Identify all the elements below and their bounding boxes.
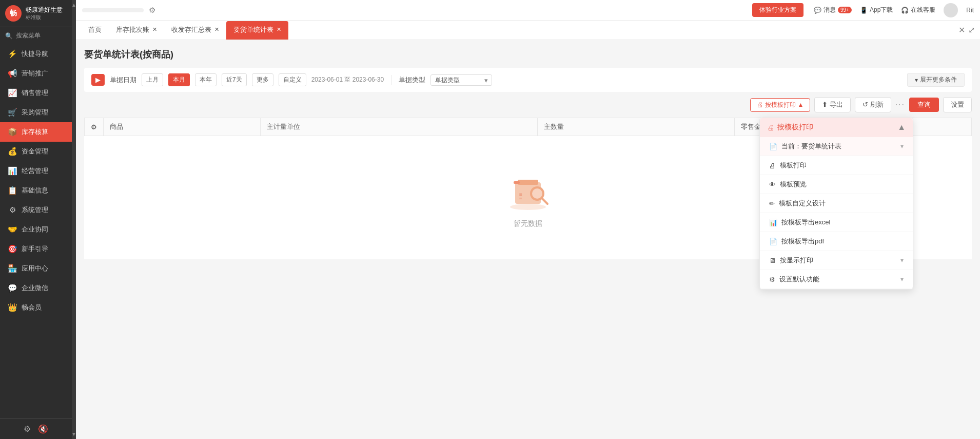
page-content: 要货单统计表(按商品) ▶ 单据日期 上月 本月 本年 近7天 更多 自定义 2…	[76, 40, 980, 439]
print-current-icon: 📄	[769, 143, 777, 150]
template-excel-left: 📊 按模板导出excel	[769, 218, 830, 227]
page-title: 要货单统计表(按商品)	[84, 48, 972, 61]
print-template-excel[interactable]: 📊 按模板导出excel	[760, 213, 913, 232]
sidebar-search[interactable]: 🔍 搜索菜单	[0, 27, 72, 44]
refresh-btn[interactable]: ↺ 刷新	[855, 97, 891, 112]
print-current-item[interactable]: 📄 当前：要货单统计表 ▾	[760, 137, 913, 156]
export-btn[interactable]: ⬆ 导出	[814, 97, 851, 112]
tab-close-all-icon[interactable]: ✕	[958, 25, 965, 35]
expand-more-btn[interactable]: ▾ 展开更多条件	[907, 73, 965, 87]
sidebar-scrollbar[interactable]: ▲ ▼	[72, 0, 76, 439]
print-display-print[interactable]: 🖥 按显示打印 ▾	[760, 251, 913, 270]
filter-expand-btn[interactable]: ▶	[91, 74, 105, 86]
tab-payment-summary-close[interactable]: ✕	[214, 26, 219, 33]
tab-order-stats-close[interactable]: ✕	[277, 26, 281, 33]
member-icon: 👑	[7, 303, 17, 312]
user-name[interactable]: Rit	[966, 7, 974, 14]
topbar-gear-icon[interactable]: ⚙	[149, 6, 155, 15]
sidebar-item-finance[interactable]: 💰 资金管理	[0, 142, 72, 161]
set-default-icon: ⚙	[769, 276, 775, 283]
inventory-icon: 📦	[7, 127, 17, 137]
print-btn[interactable]: 🖨 按模板打印 ▲	[750, 98, 811, 112]
set-default-left: ⚙ 设置默认功能	[769, 275, 819, 284]
print-current-arrow: ▾	[900, 143, 904, 150]
print-dropdown-arrow: ▲	[798, 101, 804, 108]
sidebar-item-operation[interactable]: 📊 经营管理	[0, 161, 72, 181]
sidebar-item-wechat[interactable]: 💬 企业微信	[0, 278, 72, 298]
print-icon: 🖨	[757, 101, 763, 108]
sidebar-item-sales[interactable]: 📈 销售管理	[0, 83, 72, 103]
refresh-icon: ↺	[863, 101, 868, 108]
export-icon: ⬆	[822, 101, 828, 108]
main-area: ⚙ 体验行业方案 💬 消息 99+ 📱 App下载 🎧 在线客服 Rit 首页	[76, 0, 980, 439]
template-pdf-left: 📄 按模板导出pdf	[769, 237, 824, 246]
print-template-custom[interactable]: ✏ 模板自定义设计	[760, 194, 913, 213]
sidebar-item-enterprise[interactable]: 🤝 企业协同	[0, 220, 72, 239]
sidebar-item-appstore[interactable]: 🏪 应用中心	[0, 259, 72, 278]
action-bar-right: 🖨 按模板打印 ▲ ⬆ 导出 ↺ 刷新 ··· 查询 设置	[750, 97, 972, 112]
tab-batch-account-close[interactable]: ✕	[152, 26, 157, 33]
sidebar-item-purchase[interactable]: 🛒 采购管理	[0, 103, 72, 122]
tab-home[interactable]: 首页	[81, 21, 109, 40]
svg-line-5	[542, 199, 547, 204]
messages-btn[interactable]: 💬 消息 99+	[814, 6, 852, 14]
table-col-product: 商品	[104, 118, 261, 136]
print-set-default[interactable]: ⚙ 设置默认功能 ▾	[760, 270, 913, 289]
svg-point-4	[532, 188, 542, 199]
marketing-icon: 📢	[7, 69, 17, 78]
tab-expand-icon[interactable]: ⤢	[968, 25, 975, 35]
order-type-select[interactable]: 单据类型	[430, 74, 492, 86]
settings-btn[interactable]: 设置	[943, 97, 972, 112]
date-label: 单据日期	[110, 75, 136, 85]
sound-footer-icon[interactable]: 🔇	[38, 424, 48, 434]
search-icon: 🔍	[5, 32, 13, 40]
date-btn-custom[interactable]: 自定义	[279, 73, 306, 86]
date-btn-this-month[interactable]: 本月	[168, 73, 190, 86]
sidebar-item-member[interactable]: 👑 畅会员	[0, 298, 72, 317]
template-pdf-icon: 📄	[769, 238, 777, 245]
sidebar-item-inventory[interactable]: 📦 库存核算	[0, 122, 72, 142]
sidebar-item-system[interactable]: ⚙ 系统管理	[0, 200, 72, 220]
messages-icon: 💬	[814, 7, 821, 14]
date-btn-more[interactable]: 更多	[252, 73, 273, 86]
query-btn[interactable]: 查询	[909, 98, 939, 112]
print-template-print[interactable]: 🖨 模板打印	[760, 156, 913, 175]
operation-icon: 📊	[7, 166, 17, 176]
sidebar-item-basic[interactable]: 📋 基础信息	[0, 181, 72, 200]
online-service-btn[interactable]: 🎧 在线客服	[901, 6, 935, 14]
print-template-preview[interactable]: 👁 模板预览	[760, 175, 913, 194]
date-btn-last-month[interactable]: 上月	[142, 73, 163, 86]
template-preview-left: 👁 模板预览	[769, 180, 807, 189]
svg-rect-6	[514, 181, 520, 184]
date-btn-this-year[interactable]: 本年	[195, 73, 217, 86]
tabs-right: ✕ ⤢	[958, 25, 975, 35]
tab-payment-summary[interactable]: 收发存汇总表 ✕	[164, 21, 226, 40]
trial-btn[interactable]: 体验行业方案	[752, 3, 803, 17]
sidebar-item-marketing[interactable]: 📢 营销推广	[0, 64, 72, 83]
template-custom-icon: ✏	[769, 200, 775, 207]
action-bar: 🖨 按模板打印 ▲ ⬆ 导出 ↺ 刷新 ··· 查询 设置	[84, 97, 972, 112]
tab-order-stats[interactable]: 要货单统计表 ✕	[226, 21, 288, 40]
more-dots-btn[interactable]: ···	[895, 100, 905, 109]
table-gear-icon[interactable]: ⚙	[91, 123, 97, 131]
app-download-btn[interactable]: 📱 App下载	[860, 6, 893, 14]
tabs-bar: 首页 库存批次账 ✕ 收发存汇总表 ✕ 要货单统计表 ✕ ✕ ⤢	[76, 21, 980, 40]
tab-batch-account[interactable]: 库存批次账 ✕	[109, 21, 164, 40]
settings-footer-icon[interactable]: ⚙	[24, 424, 31, 434]
user-avatar[interactable]	[944, 3, 958, 17]
purchase-icon: 🛒	[7, 108, 17, 117]
table-col-unit: 主计量单位	[261, 118, 538, 136]
logo-text: 畅康通好生意 标准版	[26, 6, 63, 22]
print-dropdown: 🖨 按模板打印 ▲ 📄 当前：要货单统计表 ▾ 🖨 模板打印	[759, 117, 913, 290]
print-current-left: 📄 当前：要货单统计表	[769, 142, 841, 151]
display-print-left: 🖥 按显示打印	[769, 256, 813, 265]
sidebar-item-guide[interactable]: 🎯 新手引导	[0, 239, 72, 259]
date-range: 2023-06-01 至 2023-06-30	[311, 75, 384, 84]
filter-bar: ▶ 单据日期 上月 本月 本年 近7天 更多 自定义 2023-06-01 至 …	[84, 68, 972, 92]
date-btn-7days[interactable]: 近7天	[222, 73, 247, 86]
template-print-icon: 🖨	[769, 162, 776, 169]
print-template-pdf[interactable]: 📄 按模板导出pdf	[760, 232, 913, 251]
sidebar-item-quick-nav[interactable]: ⚡ 快捷导航	[0, 44, 72, 64]
print-dropdown-close-btn[interactable]: ▲	[897, 123, 906, 132]
appstore-icon: 🏪	[7, 264, 17, 273]
